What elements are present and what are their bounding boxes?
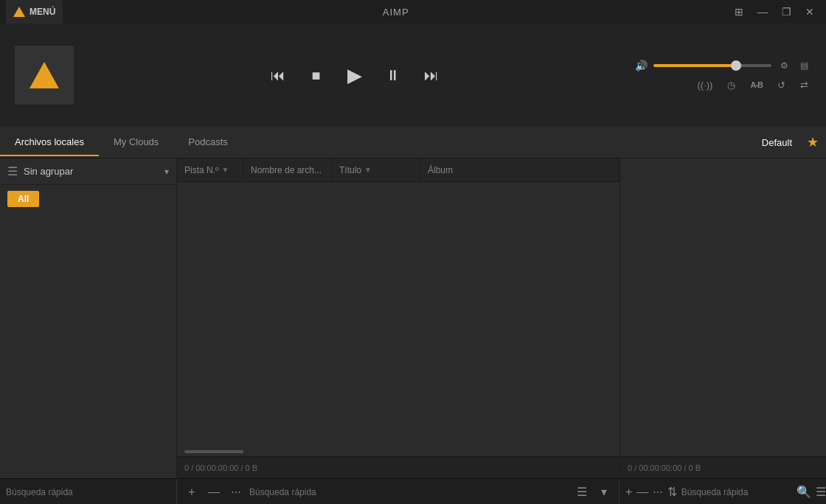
window-controls: ⊞ — ❐ ✕ (729, 1, 820, 22)
album-art (15, 46, 74, 105)
repeat-button[interactable]: ↺ (774, 78, 788, 92)
prev-button[interactable]: ⏮ (265, 62, 291, 88)
playlist-view-icon: ▤ (800, 60, 808, 71)
bottom-bar: + — ··· ☰ ▾ + — ··· ⇅ 🔍 (0, 478, 826, 504)
grid-button[interactable]: ⊞ (729, 1, 749, 22)
next-button[interactable]: ⏭ (418, 62, 445, 88)
panel-footer: 0 / 00:00:00:00 / 0 B (177, 456, 620, 478)
maximize-icon: ❐ (782, 6, 791, 18)
right-tab-area: Default ★ (747, 130, 826, 155)
right-panel: 0 / 00:00:00:00 / 0 B (620, 158, 826, 478)
favorite-button[interactable]: ★ (807, 134, 819, 150)
scroll-indicator (184, 450, 243, 453)
radio-icon: ((·)) (698, 80, 713, 91)
center-toolbar: + — ··· ☰ ▾ (177, 479, 620, 504)
left-list-area[interactable] (0, 213, 176, 478)
aimp-logo (30, 62, 59, 88)
title-bar: MENÚ AIMP ⊞ — ❐ ✕ (0, 0, 826, 24)
radio-button[interactable]: ((·)) (695, 78, 716, 92)
list-dropdown-icon: ▾ (601, 485, 607, 499)
next-icon: ⏭ (424, 67, 439, 84)
right-remove-button[interactable]: — (636, 483, 648, 501)
transport-controls: ⏮ ■ ▶ ⏸ ⏭ (88, 62, 620, 88)
volume-slider[interactable] (653, 64, 771, 67)
right-search-input[interactable] (681, 487, 792, 497)
volume-icon: 🔊 (635, 60, 648, 71)
main-panel: Pista N.º ▼ Nombre de arch... Título ▼ Á… (177, 158, 620, 478)
track-sort-icon: ▼ (221, 166, 229, 174)
shuffle-button[interactable]: ⇄ (797, 78, 811, 92)
remove-track-button[interactable]: — (205, 483, 223, 501)
left-search-input[interactable] (6, 487, 170, 497)
ab-button[interactable]: A-B (747, 79, 766, 91)
right-search-button[interactable]: 🔍 (796, 483, 811, 501)
tab-default[interactable]: Default (747, 130, 807, 155)
player-area: ⏮ ■ ▶ ⏸ ⏭ 🔊 ⚙ ▤ ((·)) (0, 24, 826, 127)
play-button[interactable]: ▶ (341, 62, 368, 88)
right-stats: 0 / 00:00:00:00 / 0 B (628, 463, 701, 472)
group-menu-icon[interactable]: ☰ (7, 164, 18, 178)
right-remove-icon: — (636, 486, 648, 499)
all-button[interactable]: All (7, 191, 39, 207)
grid-icon: ⊞ (735, 6, 743, 18)
secondary-controls: ((·)) ◷ A-B ↺ ⇄ (695, 78, 812, 92)
maximize-button[interactable]: ❐ (776, 1, 796, 22)
left-stats: 0 / 00:00:00:00 / 0 B (184, 463, 257, 472)
group-header: ☰ Sin agrupar ▾ (0, 158, 176, 185)
clock-button[interactable]: ◷ (724, 78, 738, 92)
center-search-area (249, 487, 569, 497)
tab-archivos-locales[interactable]: Archivos locales (0, 129, 99, 156)
sort-button[interactable]: ⇅ (667, 483, 677, 501)
search-icon: 🔍 (796, 485, 811, 499)
star-icon: ★ (807, 135, 819, 150)
playlist-icon-button[interactable]: ▤ (797, 59, 811, 72)
col-filename-header[interactable]: Nombre de arch... (243, 158, 332, 181)
eq-icon: ⚙ (780, 60, 788, 71)
close-icon: ✕ (805, 6, 814, 18)
stop-button[interactable]: ■ (303, 62, 330, 88)
more-icon: ··· (231, 486, 240, 499)
eq-button[interactable]: ⚙ (777, 59, 791, 72)
settings-icon: ☰ (816, 485, 826, 499)
list-view-button[interactable]: ☰ (573, 483, 591, 501)
right-settings-button[interactable]: ☰ (816, 483, 826, 501)
list-dropdown-button[interactable]: ▾ (595, 483, 613, 501)
right-more-button[interactable]: ··· (653, 483, 662, 501)
shuffle-icon: ⇄ (800, 80, 808, 91)
right-toolbar: + — ··· ⇅ 🔍 ☰ (620, 479, 826, 504)
pause-icon: ⏸ (386, 67, 400, 84)
pause-button[interactable]: ⏸ (380, 62, 406, 88)
app-title: AIMP (63, 7, 729, 18)
table-body[interactable] (177, 182, 620, 456)
right-add-icon: + (625, 486, 632, 499)
group-label: Sin agrupar (24, 166, 159, 177)
minimize-button[interactable]: — (752, 1, 773, 22)
remove-icon: — (208, 486, 220, 499)
ab-label: A-B (750, 80, 763, 89)
logo-icon (13, 7, 25, 17)
close-button[interactable]: ✕ (799, 1, 820, 22)
center-search-input[interactable] (249, 487, 569, 497)
main-tabs: Archivos locales My Clouds Podcasts Defa… (0, 127, 826, 158)
prev-icon: ⏮ (271, 67, 285, 84)
col-title-header[interactable]: Título ▼ (332, 158, 420, 181)
menu-button[interactable]: MENÚ (6, 0, 63, 24)
col-album-header[interactable]: Álbum (420, 158, 620, 181)
left-search-area (0, 479, 177, 504)
menu-label: MENÚ (30, 7, 55, 17)
right-add-button[interactable]: + (625, 483, 632, 501)
title-sort-icon: ▼ (364, 166, 372, 174)
right-more-icon: ··· (653, 486, 662, 499)
clock-icon: ◷ (727, 80, 735, 91)
tab-podcasts[interactable]: Podcasts (173, 129, 242, 156)
right-panel-body (620, 158, 826, 456)
col-track-header[interactable]: Pista N.º ▼ (177, 158, 243, 181)
more-options-button[interactable]: ··· (227, 483, 245, 501)
repeat-icon: ↺ (777, 80, 785, 91)
volume-row: 🔊 ⚙ ▤ (635, 59, 811, 72)
tab-my-clouds[interactable]: My Clouds (99, 129, 173, 156)
table-header: Pista N.º ▼ Nombre de arch... Título ▼ Á… (177, 158, 620, 182)
group-dropdown-icon[interactable]: ▾ (164, 167, 169, 177)
add-track-button[interactable]: + (183, 483, 201, 501)
play-icon: ▶ (347, 64, 362, 87)
